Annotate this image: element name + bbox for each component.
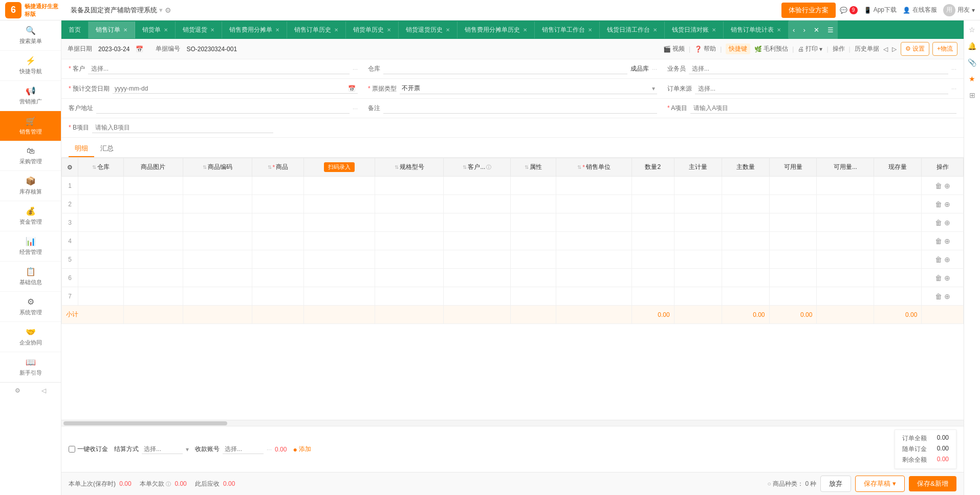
delete-row-button[interactable]: 🗑 [935,200,942,208]
account-input[interactable] [223,444,264,454]
tab-cash-reconcile[interactable]: 钱货日清对账 ✕ [665,21,724,38]
tab-summary[interactable]: 汇总 [94,141,120,157]
customer-more-icon[interactable]: ··· [353,66,358,73]
close-tab-icon[interactable]: ✕ [123,27,127,33]
right-sidebar-btn-5[interactable]: ⊞ [966,89,978,101]
close-tab-icon[interactable]: ✕ [164,27,168,33]
delete-row-button[interactable]: 🗑 [935,182,942,190]
delete-row-button[interactable]: 🗑 [935,237,942,245]
copy-row-button[interactable]: ⊕ [944,219,950,227]
delete-row-button[interactable]: 🗑 [935,292,942,300]
right-sidebar-btn-3[interactable]: 📎 [966,56,978,69]
sidebar-item-quick-nav[interactable]: ⚡ 快捷导航 [0,51,61,81]
profit-button[interactable]: 🌿 毛利预估 [754,45,788,53]
table-scrollbar[interactable] [61,420,964,426]
close-tab-icon[interactable]: ✕ [523,27,527,33]
salesperson-input[interactable] [689,63,948,74]
th-scan[interactable]: 扫码录入 [304,158,375,177]
close-tab-icon[interactable]: ✕ [777,27,781,33]
sidebar-item-base-info[interactable]: 📋 基础信息 [0,262,61,292]
order-source-input[interactable] [695,83,948,94]
close-tab-icon[interactable]: ✕ [653,27,657,33]
close-tab-icon[interactable]: ✕ [712,27,716,33]
close-tab-icon[interactable]: ✕ [387,27,391,33]
delete-row-button[interactable]: 🗑 [935,274,942,282]
invoice-type-dropdown-icon[interactable]: ▾ [652,85,655,92]
account-more-icon[interactable]: ··· [267,446,272,453]
right-sidebar-btn-1[interactable]: ☆ [966,24,978,36]
th-product-code[interactable]: ⇅商品编码 [183,158,252,177]
tab-prev-button[interactable]: ‹ [789,20,799,39]
view-button[interactable]: 🎬 视频 [663,45,685,53]
copy-row-button[interactable]: ⊕ [944,182,950,190]
right-sidebar-btn-4[interactable]: ★ [966,73,978,85]
th-stock[interactable]: 现存量 [874,158,922,177]
sidebar-item-guide[interactable]: 📖 新手引导 [0,352,61,382]
th-available2[interactable]: 可用量... [817,158,874,177]
history-button[interactable]: 历史单据 [855,45,879,53]
settings-button[interactable]: ⚙ 设置 [901,42,929,56]
copy-row-button[interactable]: ⊕ [944,200,950,208]
remark-input[interactable] [383,103,657,114]
th-qty2[interactable]: 数量2 [631,158,674,177]
tab-invoice-history[interactable]: 销货单历史 ✕ [346,21,399,38]
th-customer-code[interactable]: ⇅客户... ⓘ [444,158,511,177]
calendar-icon[interactable]: 📅 [348,85,356,92]
discard-button[interactable]: 放弃 [820,476,851,492]
industry-solution-button[interactable]: 体验行业方案 [781,3,836,18]
th-sales-unit[interactable]: ⇅*销售单位 [556,158,631,177]
notification-button[interactable]: 💬 9 [840,6,858,14]
save-draft-button[interactable]: 保存草稿 ▾ [855,476,905,492]
customer-input[interactable] [88,63,350,74]
tab-menu-button[interactable]: ☰ [823,20,838,39]
delete-row-button[interactable]: 🗑 [935,255,942,264]
tab-sales-return[interactable]: 销货退货 ✕ [176,21,222,38]
th-spec[interactable]: ⇅规格型号 [375,158,444,177]
add-button[interactable]: ● 添加 [293,445,311,454]
tab-sales-workbench[interactable]: 销售订单工作台 ✕ [535,21,600,38]
th-available[interactable]: 可用量 [769,158,817,177]
copy-row-button[interactable]: ⊕ [944,255,950,264]
address-more-icon[interactable]: ··· [353,105,358,112]
tab-sales-order[interactable]: 销售订单 ✕ [89,21,135,38]
customer-address-input[interactable] [96,103,350,114]
tab-sales-invoice[interactable]: 销货单 ✕ [135,21,176,38]
sidebar-collapse-icon[interactable]: ◁ [41,387,46,394]
tab-home[interactable]: 首页 [61,21,89,38]
th-product-image[interactable]: 商品图片 [124,158,183,177]
right-sidebar-btn-2[interactable]: 🔔 [966,40,978,52]
app-download-button[interactable]: 📱 App下载 [864,6,897,14]
order-source-more-icon[interactable]: ··· [951,85,956,92]
tab-sales-order-history[interactable]: 销售订单历史 ✕ [287,21,346,38]
th-attributes[interactable]: ⇅属性 [511,158,556,177]
help-button[interactable]: ❓ 帮助 [694,45,716,53]
dropdown-icon[interactable]: ▾ [892,480,896,487]
sidebar-item-purchase[interactable]: 🛍 采购管理 [0,141,61,171]
settings-gear-icon[interactable]: ⚙ [165,6,171,14]
sidebar-item-operations[interactable]: 📊 经营管理 [0,231,61,262]
print-button[interactable]: 🖨 打印 ▾ [798,45,822,53]
user-menu-button[interactable]: 用 用友 ▾ [943,4,975,16]
close-tab-icon[interactable]: ✕ [275,27,279,33]
copy-row-button[interactable]: ⊕ [944,292,950,300]
copy-row-button[interactable]: ⊕ [944,274,950,282]
delete-row-button[interactable]: 🗑 [935,219,942,227]
b-project-input[interactable] [92,122,273,133]
sidebar-item-search[interactable]: 🔍 搜索菜单 [0,20,61,51]
sidebar-item-finance[interactable]: 💰 资金管理 [0,201,61,231]
delivery-date-input[interactable] [115,85,346,92]
close-tab-icon[interactable]: ✕ [334,27,338,33]
online-service-button[interactable]: 👤 在线客服 [903,6,937,14]
th-main-unit[interactable]: 主计量 [674,158,722,177]
scan-button[interactable]: 扫码录入 [324,162,355,172]
sidebar-item-inventory[interactable]: 📦 库存核算 [0,171,61,201]
save-new-button[interactable]: 保存&新增 [909,476,956,491]
tab-return-history[interactable]: 销货退货历史 ✕ [399,21,458,38]
th-warehouse[interactable]: ⇅仓库 [78,158,124,177]
settlement-input[interactable] [142,444,183,454]
settlement-dropdown-icon[interactable]: ▾ [186,446,189,453]
add-logistics-button[interactable]: +物流 [932,42,957,56]
th-product[interactable]: ⇅*商品 [252,158,304,177]
calendar-icon[interactable]: 📅 [136,46,143,53]
close-tab-icon[interactable]: ✕ [446,27,450,33]
